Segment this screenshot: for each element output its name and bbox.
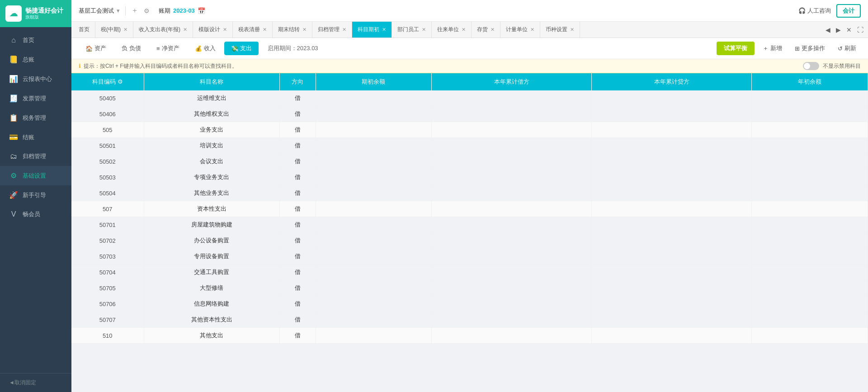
cell-3[interactable] bbox=[752, 201, 868, 217]
cell-2[interactable] bbox=[592, 264, 752, 280]
subtab-liability[interactable]: 负 负债 bbox=[115, 42, 148, 55]
tab-12[interactable]: 币种设置✕ bbox=[540, 22, 580, 38]
tab-close-6[interactable]: ✕ bbox=[342, 27, 346, 33]
cell-1[interactable] bbox=[432, 154, 592, 170]
sidebar-item-guide[interactable]: 🚀 新手引导 bbox=[0, 185, 71, 205]
table-row[interactable]: 50503专项业务支出借 bbox=[71, 170, 868, 185]
table-row[interactable]: 50405运维维支出借 bbox=[71, 90, 868, 106]
tab-10[interactable]: 存货✕ bbox=[472, 22, 500, 38]
sidebar-item-settings[interactable]: ⚙ 基础设置 bbox=[0, 166, 71, 185]
cell-1[interactable] bbox=[432, 264, 592, 280]
more-button[interactable]: ⊞ 更多操作 bbox=[790, 42, 830, 55]
balance-button[interactable]: 试算平衡 bbox=[717, 42, 755, 55]
cell-2[interactable] bbox=[592, 233, 752, 249]
kuaiji-button[interactable]: 会计 bbox=[836, 4, 861, 18]
table-row[interactable]: 50504其他业务支出借 bbox=[71, 185, 868, 201]
cell-1[interactable] bbox=[432, 138, 592, 154]
tab-9[interactable]: 往来单位✕ bbox=[432, 22, 472, 38]
cell-3[interactable] bbox=[752, 280, 868, 296]
tab-close-5[interactable]: ✕ bbox=[302, 27, 307, 33]
tab-6[interactable]: 归档管理✕ bbox=[312, 22, 352, 38]
tab-close-7[interactable]: ✕ bbox=[382, 27, 386, 33]
table-row[interactable]: 50707其他资本性支出借 bbox=[71, 312, 868, 328]
cell-2[interactable] bbox=[592, 312, 752, 328]
table-row[interactable]: 50705大型修缮借 bbox=[71, 280, 868, 296]
cell-2[interactable] bbox=[592, 90, 752, 106]
tab-expand-icon[interactable]: ⛶ bbox=[854, 26, 866, 33]
tab-8[interactable]: 部门员工✕ bbox=[392, 22, 432, 38]
cell-3[interactable] bbox=[752, 90, 868, 106]
tab-prev-icon[interactable]: ◀ bbox=[823, 26, 833, 33]
tab-2[interactable]: 收入支出表(年报)✕ bbox=[133, 22, 193, 38]
tab-3[interactable]: 模版设计✕ bbox=[193, 22, 233, 38]
subtab-asset[interactable]: 🏠 资产 bbox=[79, 42, 113, 55]
cell-0[interactable] bbox=[316, 280, 432, 296]
settings-icon[interactable]: ⚙ bbox=[144, 7, 150, 14]
cell-1[interactable] bbox=[432, 328, 592, 344]
tab-close-10[interactable]: ✕ bbox=[491, 27, 495, 33]
disable-toggle[interactable] bbox=[803, 62, 819, 70]
cell-1[interactable] bbox=[432, 170, 592, 185]
cell-3[interactable] bbox=[752, 296, 868, 312]
calendar-icon[interactable]: 📅 bbox=[198, 7, 205, 14]
cell-2[interactable] bbox=[592, 122, 752, 138]
tab-5[interactable]: 期末结转✕ bbox=[273, 22, 312, 38]
project-selector[interactable]: 基层工会测试 ▾ bbox=[79, 7, 120, 15]
table-row[interactable]: 50704交通工具购置借 bbox=[71, 264, 868, 280]
add-tab-icon[interactable]: ＋ bbox=[131, 6, 138, 15]
sidebar-item-archive[interactable]: 🗂 归档管理 bbox=[0, 147, 71, 166]
cell-0[interactable] bbox=[316, 170, 432, 185]
cell-1[interactable] bbox=[432, 185, 592, 201]
cell-2[interactable] bbox=[592, 154, 752, 170]
cell-3[interactable] bbox=[752, 170, 868, 185]
cell-3[interactable] bbox=[752, 154, 868, 170]
sidebar-item-member[interactable]: V 畅会员 bbox=[0, 205, 71, 224]
table-row[interactable]: 50702办公设备购置借 bbox=[71, 233, 868, 249]
cell-2[interactable] bbox=[592, 138, 752, 154]
cell-3[interactable] bbox=[752, 312, 868, 328]
sidebar-item-home[interactable]: ⌂ 首页 bbox=[0, 31, 71, 50]
sidebar-item-tax[interactable]: 📋 税务管理 bbox=[0, 108, 71, 128]
tab-0[interactable]: 首页 bbox=[73, 22, 95, 38]
cell-0[interactable] bbox=[316, 328, 432, 344]
refresh-button[interactable]: ↺ 刷新 bbox=[833, 42, 861, 55]
cell-2[interactable] bbox=[592, 328, 752, 344]
tab-1[interactable]: 税(中期)✕ bbox=[95, 22, 133, 38]
cell-2[interactable] bbox=[592, 280, 752, 296]
cell-1[interactable] bbox=[432, 122, 592, 138]
cell-0[interactable] bbox=[316, 296, 432, 312]
tab-close-11[interactable]: ✕ bbox=[530, 27, 534, 33]
cell-2[interactable] bbox=[592, 249, 752, 264]
cell-0[interactable] bbox=[316, 90, 432, 106]
table-row[interactable]: 510其他支出借 bbox=[71, 328, 868, 344]
sidebar-collapse-btn[interactable]: ◄取消固定 bbox=[0, 373, 71, 392]
cell-3[interactable] bbox=[752, 122, 868, 138]
service-button[interactable]: 🎧 人工咨询 bbox=[798, 7, 831, 15]
sidebar-item-report[interactable]: 📊 云报表中心 bbox=[0, 69, 71, 89]
cell-3[interactable] bbox=[752, 217, 868, 233]
tab-close-1[interactable]: ✕ bbox=[123, 27, 127, 33]
table-row[interactable]: 50406其他维权支出借 bbox=[71, 106, 868, 122]
tab-close-9[interactable]: ✕ bbox=[462, 27, 466, 33]
tab-close-2[interactable]: ✕ bbox=[183, 27, 187, 33]
subtab-equity[interactable]: ≡ 净资产 bbox=[150, 42, 186, 55]
cell-2[interactable] bbox=[592, 217, 752, 233]
cell-1[interactable] bbox=[432, 249, 592, 264]
cell-0[interactable] bbox=[316, 312, 432, 328]
cell-2[interactable] bbox=[592, 185, 752, 201]
cell-2[interactable] bbox=[592, 106, 752, 122]
th-0[interactable]: 科目编码 ⚙ bbox=[71, 73, 144, 90]
cell-3[interactable] bbox=[752, 249, 868, 264]
table-row[interactable]: 50501培训支出借 bbox=[71, 138, 868, 154]
cell-3[interactable] bbox=[752, 106, 868, 122]
tab-close-8[interactable]: ✕ bbox=[422, 27, 426, 33]
cell-0[interactable] bbox=[316, 154, 432, 170]
cell-1[interactable] bbox=[432, 296, 592, 312]
cell-1[interactable] bbox=[432, 217, 592, 233]
cell-2[interactable] bbox=[592, 170, 752, 185]
cell-0[interactable] bbox=[316, 185, 432, 201]
tab-11[interactable]: 计量单位✕ bbox=[500, 22, 540, 38]
table-row[interactable]: 507资本性支出借 bbox=[71, 201, 868, 217]
table-row[interactable]: 505业务支出借 bbox=[71, 122, 868, 138]
cell-3[interactable] bbox=[752, 328, 868, 344]
